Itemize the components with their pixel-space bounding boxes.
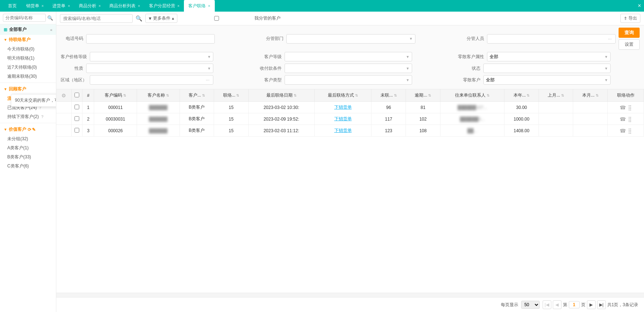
payment-select[interactable]: ▼: [285, 64, 412, 73]
table-row: 3 000026 ██████ B类客户 15 2023-02-03 11:12…: [56, 125, 644, 137]
row-checkbox-2[interactable]: [75, 128, 79, 133]
th-uncontacted[interactable]: 未联...: [371, 89, 406, 102]
nature-select[interactable]: ▼: [86, 64, 213, 73]
search-button[interactable]: 🔍: [136, 15, 142, 22]
page-navigation: |◀ ◀ 第 1 页 ▶ ▶| 共1页，3条记录: [543, 300, 638, 309]
gear-icon[interactable]: ⚙: [61, 93, 66, 98]
th-contact[interactable]: 联络...: [214, 89, 249, 102]
phone-input[interactable]: [86, 34, 215, 44]
customer-type-select[interactable]: ▼: [285, 75, 412, 85]
close-all-button[interactable]: ×: [638, 3, 641, 9]
th-historical-contact[interactable]: 往来单位联系人: [440, 89, 504, 102]
contact-way-link-1[interactable]: 下销货单: [334, 116, 352, 121]
nav-customer-tier[interactable]: 客户分层经营 ×: [145, 0, 184, 12]
more-conditions-button[interactable]: ▼ 更多条件 ▲: [145, 14, 177, 23]
close-customer-contact-icon[interactable]: ×: [208, 4, 210, 8]
nav-sales[interactable]: 销货单 ×: [22, 0, 48, 12]
action-more-icon-2[interactable]: ⣿: [628, 128, 632, 134]
dept-select[interactable]: ▼: [286, 34, 415, 44]
sidebar-item-overdue[interactable]: 逾期未联络(30): [0, 72, 56, 81]
contact-way-link-2[interactable]: 下销货单: [334, 128, 352, 133]
action-more-icon-1[interactable]: ⣿: [628, 116, 632, 122]
sidebar-search-input[interactable]: [3, 14, 46, 22]
th-this-year[interactable]: 本年...: [504, 89, 539, 102]
action-contact-icon-2[interactable]: ☎: [620, 128, 626, 134]
retail-attr-select[interactable]: 全部 ▼: [487, 52, 611, 61]
td-last-contact-date: 2023-03-02 10:30:: [248, 102, 314, 113]
price-level-select[interactable]: ▼: [90, 52, 213, 61]
customer-level-select[interactable]: ▼: [285, 52, 412, 61]
customers-table: ⚙ # 客户编码 客户名称 客户... 联络... 最后联络日期 最后联络方式 …: [56, 89, 644, 137]
th-overdue[interactable]: 逾期...: [406, 89, 440, 102]
sidebar-item-tomorrow[interactable]: 明天待联络(1): [0, 54, 56, 63]
prev-page-button[interactable]: ◀: [553, 300, 562, 309]
close-purchase-icon[interactable]: ×: [68, 4, 70, 8]
close-analysis-icon[interactable]: ×: [98, 4, 101, 8]
page-size-select[interactable]: 50 100 200: [521, 301, 540, 309]
my-customers-checkbox-label[interactable]: 我分管的客户: [180, 15, 281, 21]
refresh-icon[interactable]: ⟳: [28, 127, 31, 132]
th-type[interactable]: 客户...: [180, 89, 214, 102]
sidebar-group-pending[interactable]: ▼ 待联络客户: [0, 35, 56, 45]
close-sales-icon[interactable]: ×: [41, 4, 44, 8]
td-checkbox: [72, 125, 82, 137]
edit-icon[interactable]: ✎: [32, 127, 36, 132]
table-body: 1 000011 ██████ B类客户 15 2023-03-02 10:30…: [56, 102, 644, 137]
sidebar-item-declining[interactable]: 持续下滑客户(2) ？: [0, 112, 56, 121]
th-name[interactable]: 客户名称: [137, 89, 180, 102]
nav-analysis-list[interactable]: 商品分析列表 ×: [105, 0, 144, 12]
region-dots[interactable]: ···: [204, 77, 211, 82]
collapse-sidebar-icon[interactable]: «: [50, 28, 52, 32]
close-customer-tier-icon[interactable]: ×: [177, 4, 180, 8]
action-contact-icon-0[interactable]: ☎: [620, 105, 626, 110]
th-gear[interactable]: ⚙: [56, 89, 72, 102]
row-checkbox-0[interactable]: [75, 105, 79, 109]
settings-button[interactable]: 设置: [619, 39, 640, 50]
sidebar-all-customers[interactable]: ⊞ 全部客户 «: [0, 24, 56, 35]
sidebar-item-ungrouped[interactable]: 未分组(32): [0, 134, 56, 143]
analysis-list-label: 商品分析列表: [109, 3, 136, 9]
first-page-button[interactable]: |◀: [543, 300, 551, 309]
action-contact-icon-1[interactable]: ☎: [620, 116, 626, 122]
nav-home[interactable]: 首页: [3, 0, 22, 12]
nav-analysis[interactable]: 商品分析 ×: [75, 0, 105, 12]
sidebar-item-c-class[interactable]: C类客户(6): [0, 162, 56, 171]
th-last-contact-date[interactable]: 最后联络日期: [248, 89, 314, 102]
sidebar-item-7days[interactable]: 近7天待联络(0): [0, 63, 56, 72]
sales-label: 销货单: [26, 3, 39, 9]
row-checkbox-1[interactable]: [75, 116, 79, 121]
my-customers-checkbox[interactable]: [180, 16, 253, 21]
staff-select[interactable]: ···: [487, 34, 616, 44]
sidebar-search-icon[interactable]: 🔍: [47, 15, 53, 21]
export-button[interactable]: ⇑ 导出: [620, 14, 640, 23]
th-code[interactable]: 客户编码: [94, 89, 137, 102]
search-input[interactable]: [60, 14, 133, 23]
retail-customer-select[interactable]: 全部 ▼: [483, 75, 611, 85]
close-analysis-list-icon[interactable]: ×: [138, 4, 140, 8]
select-all-checkbox[interactable]: [75, 93, 79, 97]
nav-customer-contact[interactable]: 客户联络 ×: [184, 0, 214, 12]
th-last-month[interactable]: 上月...: [539, 89, 573, 102]
horizontal-scrollbar[interactable]: [56, 293, 644, 297]
sidebar-item-b-class[interactable]: B类客户(33): [0, 153, 56, 162]
payment-arrow-icon: ▼: [406, 66, 410, 70]
th-last-contact-way[interactable]: 最后联络方式: [314, 89, 371, 102]
sidebar-item-a-class[interactable]: A类客户(1): [0, 143, 56, 153]
current-page: 1: [569, 301, 580, 308]
status-select[interactable]: ▼: [483, 64, 611, 73]
sidebar-group-value[interactable]: ▼ 价值客户 ⟳ ✎: [0, 125, 56, 134]
staff-dots[interactable]: ···: [607, 36, 613, 41]
nav-purchase[interactable]: 进货单 ×: [48, 0, 74, 12]
next-page-button[interactable]: ▶: [587, 300, 596, 309]
query-button[interactable]: 查询: [619, 28, 640, 38]
action-more-icon-0[interactable]: ⣿: [628, 105, 632, 110]
contact-way-link-0[interactable]: 下销货单: [334, 105, 352, 110]
th-this-month[interactable]: 本月...: [573, 89, 608, 102]
th-num: #: [82, 89, 94, 102]
region-select[interactable]: ···: [90, 75, 213, 85]
sidebar-item-today[interactable]: 今天待联络(0): [0, 45, 56, 54]
last-page-button[interactable]: ▶|: [597, 300, 606, 309]
toolbar: 🔍 ▼ 更多条件 ▲ 我分管的客户 ⇑ 导出: [56, 12, 644, 25]
sidebar-group-churn[interactable]: ▼ 回顾客户: [0, 84, 56, 94]
filter-row-3: 性质 ▼ 收付款条件 ▼ 状态 ▼: [61, 64, 640, 73]
